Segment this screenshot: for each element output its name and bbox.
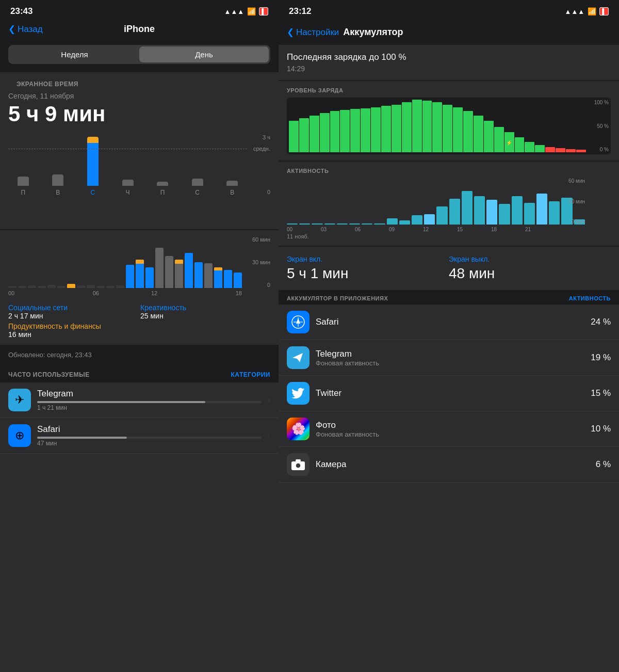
week-bar-1 xyxy=(52,174,63,186)
telegram-bat-pct: 19 % xyxy=(591,353,611,363)
hour-bar-20 xyxy=(204,263,213,288)
act-bar-9 xyxy=(399,220,410,225)
bat-bar-4 xyxy=(330,111,340,152)
hour-bar-17 xyxy=(175,260,183,288)
bat-bar-7 xyxy=(361,108,370,152)
hour-x-labels: 00 06 12 18 xyxy=(8,290,270,296)
battery-app-item-safari[interactable]: Safari 24 % xyxy=(279,305,619,340)
bat-bar-13 xyxy=(422,101,432,152)
signal-icon: ▲▲▲ xyxy=(224,8,245,15)
bat-bar-1 xyxy=(299,118,309,152)
updated-label: Обновлено: сегодня, 23:43 xyxy=(0,345,279,365)
seg-week[interactable]: Неделя xyxy=(10,46,139,62)
screen-stats-section: Экран вкл. 5 ч 1 мин Экран выкл. 48 мин xyxy=(279,247,619,290)
list-item-telegram[interactable]: ✈ Telegram 1 ч 21 мин › xyxy=(0,382,279,418)
week-bar-3 xyxy=(122,180,134,186)
app-battery-label: АККУМУЛЯТОР В ПРИЛОЖЕНИЯХ xyxy=(287,295,388,301)
week-day-label-1: В xyxy=(56,189,60,196)
battery-level-chart: ⚡ 100 % 50 % 0 % xyxy=(287,98,611,154)
bat-bar-6 xyxy=(350,109,360,152)
left-status-bar: 23:43 ▲▲▲ 📶 ▌ xyxy=(0,0,279,21)
hour-bar-4 xyxy=(47,285,56,288)
app-list: ✈ Telegram 1 ч 21 мин › ⊕ Safari 47 мин … xyxy=(0,382,279,672)
app-battery-header: АККУМУЛЯТОР В ПРИЛОЖЕНИЯХ АКТИВНОСТЬ xyxy=(279,290,619,305)
act-bar-7 xyxy=(374,223,385,225)
bat-bar-19 xyxy=(484,121,494,152)
act-bar-1 xyxy=(299,223,310,225)
activity-chart-area: 60 мин 30 мин 0 мин xyxy=(287,178,585,225)
week-bar-group-1: В xyxy=(43,174,73,196)
left-back-button[interactable]: ❮ Назад xyxy=(8,24,43,35)
hour-bar-9 xyxy=(96,286,105,288)
chevron-right-icon-0: › xyxy=(268,395,270,405)
categories-button[interactable]: КАТЕГОРИИ xyxy=(231,371,270,378)
bat-bar-27 xyxy=(566,149,576,152)
left-nav-title: iPhone xyxy=(124,24,155,35)
week-day-label-0: П xyxy=(21,189,25,196)
safari-bat-name: Safari xyxy=(316,317,584,327)
telegram-bat-icon xyxy=(287,346,310,369)
photos-bat-icon: 🌸 xyxy=(287,418,310,440)
avg-line xyxy=(8,149,247,149)
screen-on-stat: Экран вкл. 5 ч 1 мин xyxy=(287,255,449,282)
hour-bar-6 xyxy=(67,284,75,288)
hour-bar-2 xyxy=(28,285,36,288)
photos-bat-sub: Фоновая активность xyxy=(316,430,584,438)
battery-app-item-camera[interactable]: Камера 6 % xyxy=(279,447,619,483)
hour-bar-1 xyxy=(18,286,26,288)
bat-y-50: 50 % xyxy=(586,123,609,129)
cat-name-2: Продуктивность и финансы xyxy=(8,322,270,330)
week-day-label-6: В xyxy=(230,189,234,196)
telegram-name: Telegram xyxy=(37,389,262,399)
bat-bar-22 xyxy=(515,137,525,152)
right-chevron-left-icon: ❮ xyxy=(287,27,294,38)
act-bar-18 xyxy=(512,196,523,225)
seg-day[interactable]: День xyxy=(139,46,269,62)
week-bar-group-6: В xyxy=(217,181,247,196)
screen-off-stat: Экран выкл. 48 мин xyxy=(449,255,611,282)
total-screen-time: 5 ч 9 мин xyxy=(8,102,270,126)
bat-bar-21: ⚡ xyxy=(504,132,514,152)
hour-bar-14 xyxy=(145,267,154,288)
segment-control: Неделя День xyxy=(8,45,270,64)
right-back-button[interactable]: ❮ Настройки xyxy=(287,27,339,38)
battery-app-list: Safari 24 % Telegram Фоновая активность … xyxy=(279,305,619,672)
bat-bar-9 xyxy=(381,106,391,152)
week-y-labels: 3 ч 0 xyxy=(263,134,270,196)
bat-bar-26 xyxy=(556,148,565,152)
week-bar-group-2: С xyxy=(78,137,108,196)
hour-bar-5 xyxy=(57,286,66,288)
week-bar-6 xyxy=(226,181,238,186)
battery-app-item-twitter[interactable]: Twitter 15 % xyxy=(279,376,619,411)
left-status-icons: ▲▲▲ 📶 ▌ xyxy=(224,7,268,15)
bat-bar-12 xyxy=(412,100,422,152)
bat-bar-10 xyxy=(392,105,401,152)
activity-chart-label: АКТИВНОСТЬ xyxy=(287,168,611,174)
activity-toggle[interactable]: АКТИВНОСТЬ xyxy=(569,295,611,301)
right-panel: 23:12 ▲▲▲ 📶 ▌ ❮ Настройки Аккумулятор По… xyxy=(279,0,619,672)
twitter-bat-icon xyxy=(287,382,310,405)
right-status-time: 23:12 xyxy=(289,6,311,17)
safari-bat-icon xyxy=(287,311,310,333)
cat-name-1: Креативность xyxy=(140,303,270,312)
battery-app-item-telegram[interactable]: Telegram Фоновая активность 19 % xyxy=(279,340,619,376)
week-bar-group-5: С xyxy=(183,179,213,196)
hour-bar-11 xyxy=(116,285,124,288)
photos-bat-pct: 10 % xyxy=(591,424,611,434)
hour-bar-19 xyxy=(194,262,203,288)
hour-bar-0 xyxy=(8,286,17,288)
bat-bar-14 xyxy=(432,102,442,152)
bat-y-100: 100 % xyxy=(586,100,609,105)
bat-bar-16 xyxy=(453,107,463,152)
act-x-6: 18 xyxy=(491,227,525,232)
hour-bar-12 xyxy=(126,265,134,288)
battery-app-item-photos[interactable]: 🌸 Фото Фоновая активность 10 % xyxy=(279,411,619,447)
act-bar-14 xyxy=(462,191,473,225)
act-bar-8 xyxy=(387,218,398,225)
safari-bat-info: Safari xyxy=(316,317,584,327)
right-signal-icon: ▲▲▲ xyxy=(565,8,585,15)
cat-item-0: Социальные сети 2 ч 17 мин xyxy=(8,303,138,320)
week-day-label-2: С xyxy=(91,189,95,196)
list-item-safari[interactable]: ⊕ Safari 47 мин › xyxy=(0,418,279,454)
right-nav-title: Аккумулятор xyxy=(343,27,403,38)
